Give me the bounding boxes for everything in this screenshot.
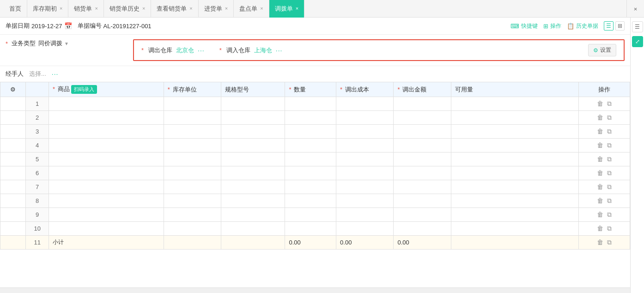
col-settings[interactable]: ⚙	[0, 82, 26, 97]
row-quantity-cell[interactable]	[285, 153, 336, 166]
tab-transfer-order-close[interactable]: ×	[296, 6, 298, 11]
sidebar-expand-btn[interactable]: ⤢	[632, 36, 643, 47]
row-product-cell[interactable]	[49, 166, 164, 180]
row-spec-cell[interactable]	[221, 194, 285, 208]
tab-inventory-init-close[interactable]: ×	[60, 6, 62, 11]
delete-icon[interactable]: 🗑	[597, 114, 603, 121]
row-unit-cell[interactable]	[164, 139, 221, 153]
sidebar-list-btn[interactable]: ☰	[632, 21, 643, 32]
row-unit-cell[interactable]	[164, 153, 221, 166]
tab-view-sales-close[interactable]: ×	[189, 6, 192, 11]
delete-icon[interactable]: 🗑	[597, 100, 603, 107]
transfer-in-ellipsis[interactable]: ···	[276, 47, 283, 54]
operator-ellipsis[interactable]: ···	[52, 70, 59, 78]
horizontal-scrollbar[interactable]	[0, 287, 630, 293]
tab-sales-history[interactable]: 销货单历史 ×	[104, 0, 151, 18]
row-product-cell[interactable]	[49, 125, 164, 139]
row-available-cell[interactable]	[451, 139, 578, 153]
row-spec-cell[interactable]	[221, 139, 285, 153]
row-amount-cell[interactable]	[394, 139, 451, 153]
tab-inventory-count[interactable]: 盘点单 ×	[234, 0, 269, 18]
row-product-cell[interactable]	[49, 97, 164, 111]
row-cost-cell[interactable]	[336, 139, 394, 153]
tab-sales-history-close[interactable]: ×	[142, 6, 145, 11]
copy-icon[interactable]: ⧉	[607, 238, 612, 246]
row-cost-cell[interactable]	[336, 208, 394, 222]
copy-icon[interactable]: ⧉	[607, 225, 612, 232]
row-unit-cell[interactable]	[164, 97, 221, 111]
row-available-cell[interactable]	[451, 97, 578, 111]
row-available-cell[interactable]	[451, 222, 578, 236]
history-action[interactable]: 📋 历史单据	[567, 22, 598, 30]
copy-icon[interactable]: ⧉	[607, 141, 612, 149]
tab-view-sales[interactable]: 查看销货单 ×	[151, 0, 198, 18]
tab-inventory-init[interactable]: 库存期初 ×	[27, 0, 68, 18]
tab-sales-order-close[interactable]: ×	[95, 6, 97, 11]
row-cost-cell[interactable]	[336, 194, 394, 208]
delete-icon[interactable]: 🗑	[597, 141, 603, 149]
copy-icon[interactable]: ⧉	[607, 211, 612, 218]
row-spec-cell[interactable]	[221, 97, 285, 111]
row-cost-cell[interactable]	[336, 111, 394, 125]
row-available-cell[interactable]	[451, 153, 578, 166]
row-spec-cell[interactable]	[221, 222, 285, 236]
row-amount-cell[interactable]	[394, 166, 451, 180]
row-product-cell[interactable]	[49, 111, 164, 125]
copy-icon[interactable]: ⧉	[607, 114, 612, 121]
row-available-cell[interactable]	[451, 111, 578, 125]
row-quantity-cell[interactable]	[285, 166, 336, 180]
row-product-cell[interactable]	[49, 222, 164, 236]
tab-inventory-count-close[interactable]: ×	[260, 6, 263, 11]
row-product-cell[interactable]	[49, 139, 164, 153]
row-spec-cell[interactable]	[221, 208, 285, 222]
list-view-btn[interactable]: ☰	[604, 21, 614, 31]
row-cost-cell[interactable]	[336, 166, 394, 180]
operation-action[interactable]: ⊞ 操作	[543, 22, 561, 30]
row-product-cell[interactable]	[49, 180, 164, 194]
row-amount-cell[interactable]	[394, 125, 451, 139]
row-available-cell[interactable]	[451, 208, 578, 222]
settings-button[interactable]: ⚙ 设置	[588, 44, 616, 56]
tab-purchase-order-close[interactable]: ×	[225, 6, 228, 11]
row-unit-cell[interactable]	[164, 180, 221, 194]
row-available-cell[interactable]	[451, 166, 578, 180]
row-spec-cell[interactable]	[221, 153, 285, 166]
row-cost-cell[interactable]	[336, 97, 394, 111]
shortcut-action[interactable]: ⌨ 快捷键	[510, 22, 538, 30]
transfer-out-value[interactable]: 北京仓	[176, 46, 194, 55]
row-cost-cell[interactable]	[336, 222, 394, 236]
row-quantity-cell[interactable]	[285, 111, 336, 125]
delete-icon[interactable]: 🗑	[597, 238, 603, 246]
row-unit-cell[interactable]	[164, 194, 221, 208]
row-product-cell[interactable]	[49, 194, 164, 208]
copy-icon[interactable]: ⧉	[607, 197, 612, 204]
row-amount-cell[interactable]	[394, 97, 451, 111]
window-close-button[interactable]: ×	[626, 0, 644, 18]
row-spec-cell[interactable]	[221, 111, 285, 125]
row-cost-cell[interactable]	[336, 125, 394, 139]
scan-button[interactable]: 扫码录入	[71, 85, 97, 94]
gear-icon[interactable]: ⚙	[10, 86, 16, 93]
delete-icon[interactable]: 🗑	[597, 211, 603, 218]
row-unit-cell[interactable]	[164, 166, 221, 180]
row-spec-cell[interactable]	[221, 180, 285, 194]
copy-icon[interactable]: ⧉	[607, 169, 612, 177]
row-amount-cell[interactable]	[394, 153, 451, 166]
row-available-cell[interactable]	[451, 194, 578, 208]
delete-icon[interactable]: 🗑	[597, 169, 603, 177]
calendar-icon[interactable]: 📅	[64, 22, 72, 30]
row-product-cell[interactable]	[49, 153, 164, 166]
row-cost-cell[interactable]	[336, 153, 394, 166]
row-unit-cell[interactable]	[164, 111, 221, 125]
row-quantity-cell[interactable]	[285, 125, 336, 139]
row-amount-cell[interactable]	[394, 111, 451, 125]
row-available-cell[interactable]	[451, 125, 578, 139]
row-quantity-cell[interactable]	[285, 97, 336, 111]
row-quantity-cell[interactable]	[285, 139, 336, 153]
delete-icon[interactable]: 🗑	[597, 155, 603, 163]
copy-icon[interactable]: ⧉	[607, 155, 612, 163]
row-quantity-cell[interactable]	[285, 208, 336, 222]
row-unit-cell[interactable]	[164, 208, 221, 222]
row-amount-cell[interactable]	[394, 208, 451, 222]
tab-home[interactable]: 首页	[4, 0, 27, 18]
